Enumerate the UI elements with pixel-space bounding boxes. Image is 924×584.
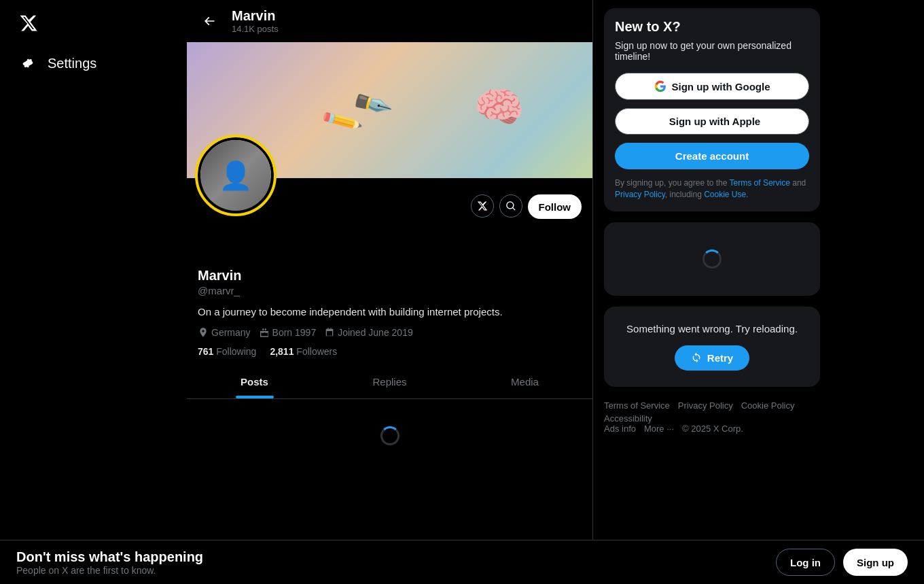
bottom-bar-actions: Log in Sign up <box>776 549 908 576</box>
google-icon <box>654 80 667 92</box>
avatar-ring <box>195 135 277 216</box>
retry-icon <box>691 352 702 363</box>
profile-display-name: Marvin <box>198 268 582 284</box>
xpremium-button[interactable] <box>471 194 494 218</box>
search-icon <box>505 201 516 211</box>
tab-replies[interactable]: Replies <box>322 365 457 398</box>
tab-replies-label: Replies <box>372 376 406 388</box>
followers-count: 2,811 <box>270 346 294 357</box>
login-button[interactable]: Log in <box>776 549 835 576</box>
error-message: Something went wrong. Try reloading. <box>615 323 809 334</box>
and-text: and <box>790 178 806 188</box>
profile-handle: @marvr_ <box>198 285 582 296</box>
profile-header: Marvin 14.1K posts <box>187 0 592 42</box>
sidebar-item-settings[interactable]: Settings <box>11 46 176 80</box>
privacy-link[interactable]: Privacy Policy <box>615 190 665 199</box>
terms-prefix: By signing up, you agree to the <box>615 178 730 188</box>
avatar-wrapper: 👤 <box>198 137 274 213</box>
follow-button[interactable]: Follow <box>528 194 582 219</box>
x-small-icon <box>477 201 488 211</box>
profile-stats: 761 Following 2,811 Followers <box>198 346 582 357</box>
following-label: Following <box>216 346 256 357</box>
new-to-x-subtitle: Sign up now to get your own personalized… <box>615 40 809 62</box>
retry-button[interactable]: Retry <box>675 345 749 371</box>
dont-miss-headline: Don't miss what's happening <box>16 549 203 565</box>
location-icon <box>198 327 209 338</box>
x-logo-button[interactable] <box>11 5 176 41</box>
header-post-count: 14.1K posts <box>232 24 279 34</box>
back-button[interactable] <box>198 10 221 33</box>
profile-header-info: Marvin 14.1K posts <box>232 8 279 34</box>
location-text: Germany <box>211 327 251 338</box>
cake-icon <box>259 327 270 338</box>
bottom-bar-subtext: People on X are the first to know. <box>16 565 203 576</box>
back-arrow-icon <box>202 14 216 28</box>
terms-text: By signing up, you agree to the Terms of… <box>615 177 809 201</box>
posts-loading <box>187 399 592 473</box>
settings-label: Settings <box>48 56 96 71</box>
new-to-x-panel: New to X? Sign up now to get your own pe… <box>604 8 820 211</box>
joined-item: Joined June 2019 <box>324 327 413 338</box>
calendar-icon <box>324 327 335 338</box>
including-text: , including <box>665 190 704 199</box>
new-to-x-title: New to X? <box>615 19 809 35</box>
footer-more[interactable]: More ··· <box>644 424 674 434</box>
apple-signup-label: Sign up with Apple <box>669 116 760 127</box>
profile-section: 👤 Follow Marvin @marvr_ On a journe <box>187 178 592 357</box>
pencils-decoration: ✏️✒️ <box>319 82 394 143</box>
footer-accessibility[interactable]: Accessibility <box>604 413 652 424</box>
sidebar-loading-panel <box>604 222 820 296</box>
footer-links: Terms of Service Privacy Policy Cookie P… <box>604 398 820 436</box>
sidebar-spinner <box>703 250 722 269</box>
footer-row-2: Ads info More ··· © 2025 X Corp. <box>604 424 820 434</box>
followers-stat[interactable]: 2,811 Followers <box>270 346 337 357</box>
google-signup-button[interactable]: Sign up with Google <box>615 73 809 100</box>
google-signup-label: Sign up with Google <box>672 81 770 92</box>
footer-cookie[interactable]: Cookie Policy <box>741 400 795 411</box>
brain-emoji: 🧠 <box>474 83 525 131</box>
following-count: 761 <box>198 346 213 357</box>
left-sidebar: Settings <box>0 0 187 584</box>
footer-copyright: © 2025 X Corp. <box>682 424 743 434</box>
main-content: Marvin 14.1K posts ✏️✒️ 🧠 👤 <box>187 0 593 584</box>
following-stat[interactable]: 761 Following <box>198 346 256 357</box>
create-account-label: Create account <box>675 150 749 162</box>
joined-text: Joined June 2019 <box>338 327 413 338</box>
born-text: Born 1997 <box>272 327 317 338</box>
tab-posts[interactable]: Posts <box>187 365 322 398</box>
create-account-button[interactable]: Create account <box>615 143 809 169</box>
terms-link[interactable]: Terms of Service <box>730 178 790 188</box>
x-logo-icon <box>19 14 38 33</box>
profile-meta: Germany Born 1997 Joined June 2019 <box>198 327 582 338</box>
bottom-bar: Don't miss what's happening People on X … <box>0 540 924 584</box>
signup-button[interactable]: Sign up <box>843 549 908 576</box>
error-panel: Something went wrong. Try reloading. Ret… <box>604 307 820 387</box>
born-item: Born 1997 <box>259 327 317 338</box>
followers-label: Followers <box>296 346 337 357</box>
search-profile-button[interactable] <box>499 194 522 218</box>
footer-ads[interactable]: Ads info <box>604 424 636 434</box>
right-sidebar: New to X? Sign up now to get your own pe… <box>593 0 831 584</box>
period: . <box>746 190 748 199</box>
retry-label: Retry <box>707 352 733 364</box>
bottom-bar-text: Don't miss what's happening People on X … <box>16 549 203 576</box>
footer-row-1: Terms of Service Privacy Policy Cookie P… <box>604 400 820 424</box>
location-item: Germany <box>198 327 251 338</box>
loading-spinner <box>380 426 399 445</box>
tab-posts-label: Posts <box>241 376 268 388</box>
footer-terms[interactable]: Terms of Service <box>604 400 670 411</box>
tab-media[interactable]: Media <box>457 365 592 398</box>
apple-signup-button[interactable]: Sign up with Apple <box>615 108 809 135</box>
gear-icon <box>19 54 37 72</box>
cookie-link[interactable]: Cookie Use <box>704 190 746 199</box>
profile-tabs: Posts Replies Media <box>187 365 592 399</box>
tab-media-label: Media <box>511 376 539 388</box>
profile-bio: On a journey to become independent with … <box>198 305 582 319</box>
header-profile-name: Marvin <box>232 8 279 24</box>
footer-privacy[interactable]: Privacy Policy <box>678 400 733 411</box>
